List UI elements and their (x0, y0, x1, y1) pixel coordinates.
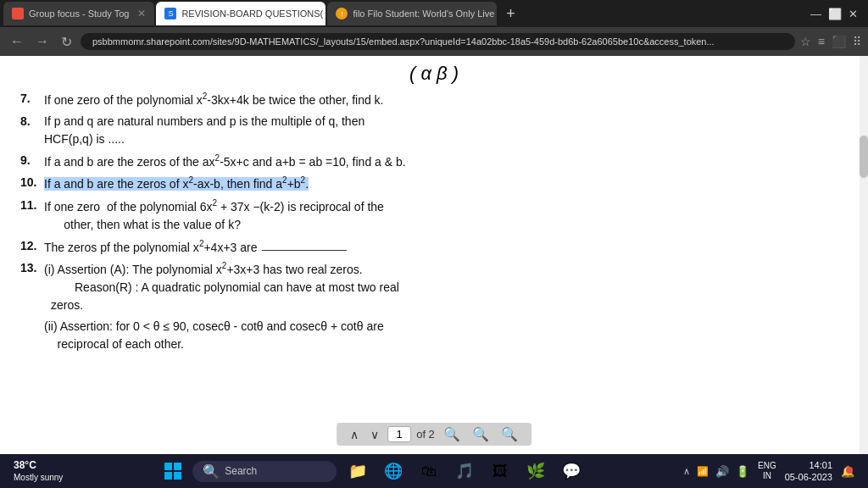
maximize-button[interactable]: ⬜ (828, 8, 842, 20)
pdf-zoom-out-button[interactable]: 🔍 (440, 426, 464, 442)
bookmark-icon[interactable]: ☆ (800, 35, 811, 48)
windows-logo-icon (164, 463, 181, 480)
address-icons: ☆ ≡ ⬛ ⠿ (800, 35, 861, 48)
clock-date: 05-06-2023 (785, 471, 832, 483)
q7-text: If one zero of the polynomial x2-3kx+4k … (44, 90, 848, 109)
question-7: 7. If one zero of the polynomial x2-3kx+… (20, 90, 848, 109)
address-input[interactable] (81, 33, 795, 50)
taskbar-music-icon[interactable]: 🎵 (450, 457, 479, 485)
address-bar: ← → ↻ ☆ ≡ ⬛ ⠿ (0, 27, 868, 56)
q13-reason-cont: zeros. (44, 298, 83, 312)
search-label: Search (225, 465, 257, 477)
scroll-thumb[interactable] (860, 136, 868, 178)
tab-favicon-1 (12, 8, 24, 19)
svg-rect-3 (174, 472, 181, 480)
q12-text: The zeros pf the polynomial x2+4x+3 are (44, 237, 848, 257)
explorer-icon: 📁 (348, 462, 367, 480)
search-box[interactable]: 🔍 Search (192, 461, 337, 482)
q9-num: 9. (20, 152, 44, 169)
q7-num: 7. (20, 90, 44, 108)
question-12: 12. The zeros pf the polynomial x2+4x+3 … (20, 237, 848, 257)
tab-group-focus[interactable]: Group focus - Study Tog ✕ (3, 2, 154, 25)
extension-icon[interactable]: ⬛ (832, 35, 846, 48)
pdf-search-button[interactable]: 🔍 (498, 426, 521, 442)
extra-icon-1: 🌿 (526, 462, 545, 480)
profile-icon[interactable]: ≡ (818, 35, 825, 48)
svg-rect-0 (164, 463, 172, 470)
taskbar: 38°C Mostly sunny 🔍 Search 📁 🌐 🛍 (0, 454, 868, 488)
edge-icon: 🌐 (384, 462, 403, 480)
music-icon: 🎵 (455, 462, 474, 480)
clock-time: 14:01 (785, 459, 832, 471)
q13-text-i: (i) Assertion (A): The polynomial x2+3x+… (44, 259, 399, 314)
notification-badge (846, 467, 853, 474)
q13-part-i-container: 13. (i) Assertion (A): The polynomial x2… (20, 259, 399, 314)
pdf-of-pages: of 2 (416, 428, 435, 441)
tab-favicon-3: f (336, 8, 348, 19)
tab-favicon-2: S (164, 8, 176, 19)
svg-rect-1 (174, 463, 181, 470)
back-button[interactable]: ← (7, 32, 27, 51)
minimize-button[interactable]: — (810, 8, 821, 20)
formula-text: ( α β ) (409, 63, 459, 85)
weather-temp: 38°C (14, 459, 63, 473)
question-10: 10. If a and b are the zeros of x2-ax-b,… (20, 174, 848, 193)
question-list: 7. If one zero of the polynomial x2-3kx+… (20, 90, 848, 353)
taskbar-extra1[interactable]: 🌿 (521, 457, 550, 485)
taskbar-edge-icon[interactable]: 🌐 (379, 457, 408, 485)
search-icon: 🔍 (203, 463, 220, 480)
q13-num: 13. (20, 259, 44, 314)
formula-display: ( α β ) (20, 63, 848, 85)
blank-answer (262, 250, 347, 251)
start-button[interactable] (160, 458, 186, 484)
photos-icon: 🖼 (492, 463, 508, 480)
tab-filo[interactable]: f filo Filo Student: World's Only Live I… (327, 2, 497, 25)
close-button[interactable]: ✕ (849, 8, 858, 20)
q10-text: If a and b are the zeros of x2-ax-b, the… (44, 174, 848, 193)
assertion-ii: (ii) Assertion: for 0 < θ ≤ 90, cosecθ -… (44, 318, 848, 353)
svg-rect-2 (164, 472, 172, 480)
pdf-next-button[interactable]: ∨ (367, 428, 382, 441)
question-9: 9. If a and b are the zeros of the ax2-5… (20, 152, 848, 171)
language-indicator[interactable]: ENG IN (758, 461, 776, 481)
q8-text: If p and q are natural numbers and p is … (44, 113, 848, 148)
weather-condition: Mostly sunny (14, 472, 63, 483)
tab-label-2: REVISION-BOARD QUESTIONS( (181, 8, 323, 19)
new-tab-button[interactable]: + (498, 2, 522, 25)
lang-text: ENG (758, 461, 776, 471)
tab-revision[interactable]: S REVISION-BOARD QUESTIONS( ✕ (156, 2, 326, 25)
q9-text: If a and b are the zeros of the ax2-5x+c… (44, 152, 848, 171)
pdf-page-input[interactable] (387, 426, 411, 442)
battery-icon[interactable]: 🔋 (736, 465, 749, 478)
menu-icon[interactable]: ⠿ (853, 35, 861, 48)
pdf-controls: ∧ ∨ of 2 🔍 🔍 🔍 (337, 423, 531, 446)
network-icon[interactable]: 📶 (697, 466, 709, 477)
question-13: 13. (i) Assertion (A): The polynomial x2… (20, 259, 848, 314)
taskbar-explorer-icon[interactable]: 📁 (343, 457, 372, 485)
clock-display[interactable]: 14:01 05-06-2023 (785, 459, 832, 484)
q10-num: 10. (20, 174, 44, 191)
taskbar-photos-icon[interactable]: 🖼 (486, 457, 515, 485)
scroll-track (860, 56, 868, 454)
pdf-content: ( α β ) 7. If one zero of the polynomial… (0, 56, 868, 454)
weather-widget: 38°C Mostly sunny (7, 459, 70, 484)
reload-button[interactable]: ↻ (58, 32, 75, 52)
taskbar-extra2[interactable]: 💬 (557, 457, 586, 485)
tab-close-1[interactable]: ✕ (137, 8, 146, 19)
q11-text: If one zero of the polynomial 6x2 + 37x … (44, 197, 848, 234)
question-11: 11. If one zero of the polynomial 6x2 + … (20, 197, 848, 234)
pdf-zoom-reset-button[interactable]: 🔍 (469, 426, 492, 442)
tab-label-1: Group focus - Study Tog (29, 8, 129, 19)
volume-icon[interactable]: 🔊 (715, 465, 729, 478)
q10-highlight: If a and b are the zeros of x2-ax-b, the… (44, 177, 309, 191)
q8-num: 8. (20, 113, 44, 130)
tray-arrow-icon[interactable]: ∧ (683, 466, 690, 477)
region-text: IN (758, 471, 776, 481)
tab-label-3: filo Filo Student: World's Only Live In (353, 8, 497, 19)
taskbar-right: ∧ 📶 🔊 🔋 ENG IN 14:01 05-06-2023 🔔 (676, 459, 861, 484)
forward-button[interactable]: → (32, 32, 53, 51)
taskbar-store-icon[interactable]: 🛍 (415, 457, 443, 485)
taskbar-center: 🔍 Search 📁 🌐 🛍 🎵 🖼 🌿 💬 (70, 457, 676, 485)
pdf-prev-button[interactable]: ∧ (347, 428, 362, 441)
question-8: 8. If p and q are natural numbers and p … (20, 113, 848, 148)
